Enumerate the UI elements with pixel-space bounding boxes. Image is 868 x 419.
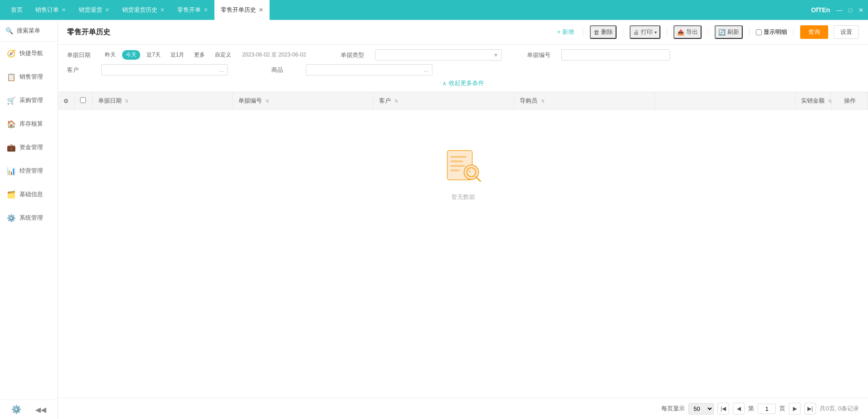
tab-retail-open[interactable]: 零售开单 ✕ (171, 0, 214, 20)
sidebar-item-sys-mgmt[interactable]: ⚙️ 系统管理 (0, 206, 57, 230)
toolbar-divider-2 (623, 28, 623, 36)
sidebar-item-sales-mgmt-label: 销售管理 (19, 73, 43, 81)
display-col-checkbox[interactable] (756, 29, 762, 35)
th-customer-label: 客户 (379, 97, 391, 104)
delete-button[interactable]: 🗑 删除 (590, 25, 617, 39)
svg-rect-1 (451, 156, 466, 158)
page-word-label: 第 (748, 405, 754, 413)
date-opt-more[interactable]: 更多 (190, 50, 209, 60)
date-opt-today[interactable]: 今天 (122, 50, 140, 60)
tab-retail-open-history[interactable]: 零售开单历史 ✕ (214, 0, 270, 20)
select-all-checkbox[interactable] (80, 97, 86, 103)
customer-select[interactable]: ... (101, 64, 228, 75)
th-date-sort-icon: ⇅ (125, 99, 128, 104)
th-check[interactable] (74, 92, 92, 110)
pagination: 每页显示 10 20 50 100 |◀ ◀ 第 页 ▶ ▶| 共0页, 0条记… (58, 398, 868, 419)
product-dots[interactable]: ... (423, 66, 428, 73)
th-amount[interactable]: 实销金额 ⇅ (796, 92, 832, 110)
svg-rect-3 (451, 165, 465, 167)
export-button[interactable]: 📤 导出 (674, 25, 702, 39)
tab-sales-return[interactable]: 销货退货 ✕ (72, 0, 116, 20)
add-button[interactable]: + 新增 (555, 26, 577, 38)
main-layout: 🔍 搜索菜单 🧭 快捷导航 📋 销售管理 🛒 采购管理 🏠 库存核算 💼 资金管… (0, 20, 868, 419)
sidebar-item-operation[interactable]: 📊 经营管理 (0, 159, 57, 183)
collapse-filter-btn[interactable]: ∧ 收起更多条件 (67, 79, 859, 87)
th-date[interactable]: 单据日期 ⇅ (92, 92, 233, 110)
date-opt-yesterday[interactable]: 昨天 (101, 50, 119, 60)
prev-page-btn[interactable]: ◀ (733, 403, 745, 414)
sidebar: 🔍 搜索菜单 🧭 快捷导航 📋 销售管理 🛒 采购管理 🏠 库存核算 💼 资金管… (0, 20, 58, 419)
th-spacer (655, 92, 796, 110)
date-opt-7days[interactable]: 近7天 (143, 50, 164, 60)
next-page-btn[interactable]: ▶ (789, 403, 801, 414)
print-button[interactable]: 🖨 打印 ▾ (630, 25, 660, 39)
date-options: 昨天 今天 近7天 近1月 更多 自定义 (101, 50, 235, 60)
page-title: 零售开单历史 (67, 28, 555, 37)
date-opt-1month[interactable]: 近1月 (167, 50, 188, 60)
th-customer-sort-icon: ⇅ (394, 99, 398, 104)
sidebar-item-inventory[interactable]: 🏠 库存核算 (0, 112, 57, 136)
sidebar-item-finance[interactable]: 💼 资金管理 (0, 136, 57, 159)
sidebar-item-purchase-mgmt[interactable]: 🛒 采购管理 (0, 89, 57, 112)
toolbar: + 新增 🗑 删除 🖨 打印 ▾ 📤 导出 (555, 25, 859, 39)
refresh-button[interactable]: 🔄 刷新 (715, 25, 743, 39)
tab-sales-return-history[interactable]: 销货退货历史 ✕ (116, 0, 171, 20)
customer-label: 客户 (67, 66, 94, 74)
settings-icon[interactable]: ⚙️ (11, 405, 21, 414)
sidebar-item-basic-info-label: 基础信息 (19, 190, 43, 198)
tab-home[interactable]: 首页 (5, 0, 29, 20)
tab-sales-order[interactable]: 销售订单 ✕ (29, 0, 72, 20)
tab-sales-return-history-close[interactable]: ✕ (160, 7, 165, 13)
operation-icon: 📊 (7, 167, 16, 175)
svg-rect-4 (451, 169, 460, 171)
display-col-checkbox-group[interactable]: 显示明细 (756, 28, 787, 36)
print-icon: 🖨 (633, 29, 639, 36)
query-button[interactable]: 查询 (800, 25, 828, 39)
tab-home-label: 首页 (11, 6, 23, 14)
inventory-icon: 🏠 (7, 120, 16, 128)
th-setting[interactable]: ⚙ (58, 92, 74, 110)
date-filter-label: 单据日期 (67, 51, 94, 59)
th-no[interactable]: 单据编号 ⇅ (233, 92, 374, 110)
toolbar-divider-3 (667, 28, 667, 36)
table-container[interactable]: ⚙ 单据日期 ⇅ 单据编号 ⇅ (58, 92, 868, 398)
tab-sales-return-history-label: 销货退货历史 (122, 6, 157, 14)
sidebar-search[interactable]: 🔍 搜索菜单 (0, 20, 57, 42)
empty-illustration (441, 146, 486, 187)
tab-sales-order-close[interactable]: ✕ (62, 7, 66, 13)
settings-button[interactable]: 设置 (834, 25, 859, 39)
tab-retail-open-history-close[interactable]: ✕ (259, 7, 263, 13)
minimize-btn[interactable]: — (836, 7, 842, 14)
delete-icon: 🗑 (593, 29, 599, 36)
per-page-select[interactable]: 10 20 50 100 (688, 403, 714, 414)
table-setting-icon[interactable]: ⚙ (63, 98, 69, 104)
display-col-label: 显示明细 (764, 28, 787, 36)
customer-dots[interactable]: ... (219, 66, 224, 73)
sys-mgmt-icon: ⚙️ (7, 214, 16, 222)
first-page-btn[interactable]: |◀ (717, 403, 729, 414)
th-salesperson[interactable]: 导购员 ⇅ (514, 92, 655, 110)
th-amount-sort-icon: ⇅ (828, 99, 832, 104)
last-page-btn[interactable]: ▶| (804, 403, 816, 414)
product-select[interactable]: ... (306, 64, 432, 75)
doc-no-input[interactable] (561, 49, 670, 61)
th-customer[interactable]: 客户 ⇅ (374, 92, 514, 110)
tab-sales-return-close[interactable]: ✕ (105, 7, 109, 13)
svg-rect-2 (451, 160, 463, 162)
doc-no-label: 单据编号 (527, 51, 554, 59)
export-label: 导出 (686, 28, 698, 36)
filter-area: 单据日期 昨天 今天 近7天 近1月 更多 自定义 2023-06-02 至 2… (58, 45, 868, 92)
toolbar-divider-5 (749, 28, 749, 36)
top-right-controls: OfTEn — □ ✕ (811, 6, 863, 14)
sidebar-item-quick-nav[interactable]: 🧭 快捷导航 (0, 42, 57, 65)
collapse-sidebar-icon[interactable]: ◀◀ (35, 405, 46, 414)
maximize-btn[interactable]: □ (849, 7, 852, 14)
page-input[interactable] (758, 404, 776, 414)
date-opt-custom[interactable]: 自定义 (211, 50, 235, 60)
search-icon: 🔍 (5, 27, 13, 34)
tab-retail-open-close[interactable]: ✕ (204, 7, 208, 13)
sidebar-item-sales-mgmt[interactable]: 📋 销售管理 (0, 65, 57, 89)
doc-type-select[interactable]: ▾ (375, 49, 502, 61)
sidebar-item-basic-info[interactable]: 🗂️ 基础信息 (0, 183, 57, 206)
close-btn[interactable]: ✕ (859, 7, 863, 14)
